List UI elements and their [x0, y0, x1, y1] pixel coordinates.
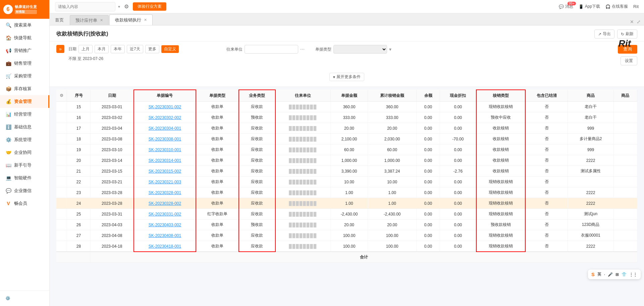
tab-collection[interactable]: 收款核销执行 ✕	[109, 14, 153, 25]
sidebar-item-sales[interactable]: 💼 销售管理	[0, 57, 49, 70]
cell-goods	[568, 177, 613, 187]
cell-balance: 0.00	[417, 123, 440, 134]
sidebar-item-basic[interactable]: ℹ️ 基础信息	[0, 121, 49, 133]
cell-doc-no: SK-20230418-001	[134, 241, 196, 252]
tab-close-btn[interactable]: ✕	[629, 18, 635, 25]
cell-goods2	[613, 187, 637, 198]
cell-index: 19	[67, 144, 91, 155]
tabs-bar: 首页 预计应付单 ✕ 收款核销执行 ✕ ✕ ⤢	[50, 13, 644, 25]
message-btn[interactable]: 💬 消息 99+	[559, 4, 573, 9]
cell-settings	[56, 123, 67, 134]
cell-verified: 3,387.24	[368, 166, 417, 177]
cell-date: 2023-04-18	[91, 241, 134, 252]
cell-include-settled: 否	[525, 187, 568, 198]
app-download-btn[interactable]: 📱 App下载	[579, 4, 600, 9]
user-avatar[interactable]: Rit	[633, 4, 639, 9]
sidebar-item-shortcut[interactable]: 🏠 快捷导航	[0, 32, 49, 44]
tab-home[interactable]: 首页	[50, 15, 69, 25]
sidebar-item-inventory[interactable]: 📦 库存核算	[0, 82, 49, 95]
filter-this-year-btn[interactable]: 本年	[111, 45, 125, 53]
cell-cancel-type: 现销收款核销	[476, 209, 525, 220]
cell-doc-type: 收款单	[196, 198, 239, 209]
filter-doctype-select[interactable]	[333, 45, 387, 54]
cell-settings	[56, 102, 67, 112]
cell-doc-type: 收款单	[196, 177, 239, 187]
sidebar-item-operations[interactable]: 📊 经营管理	[0, 108, 49, 121]
topbar-search-input[interactable]	[55, 2, 115, 11]
solution-button[interactable]: 体验行业方案	[133, 2, 166, 11]
widget-apps-icon[interactable]: ⋮⋮	[629, 272, 637, 277]
column-settings-icon[interactable]: ⚙	[60, 93, 63, 98]
sidebar-item-search[interactable]: 🔍 搜索菜单	[0, 19, 49, 32]
topbar-dropdown-arrow[interactable]: ▾	[118, 4, 120, 9]
table-footer-row: 合计	[56, 252, 637, 263]
widget-text1: 英	[597, 271, 601, 277]
cell-settings	[56, 241, 67, 252]
cell-discount: -70.00	[440, 134, 476, 144]
filter-custom-btn[interactable]: 自定义	[161, 45, 179, 53]
partner-dots[interactable]: ···	[300, 46, 305, 52]
widget-mic-icon[interactable]: 🎤	[608, 272, 613, 277]
sidebar-item-purchase[interactable]: 🛒 采购管理	[0, 70, 49, 82]
cell-partner: ████████	[275, 166, 330, 177]
sidebar-item-enterprise[interactable]: 🤝 企业协同	[0, 146, 49, 159]
cell-goods2	[613, 198, 637, 209]
cell-amount: 10.00	[330, 177, 368, 187]
cell-doc-type: 收款单	[196, 230, 239, 241]
sidebar-item-capital[interactable]: 💰 资金管理	[0, 95, 49, 108]
cell-goods2	[613, 209, 637, 220]
cell-cancel-type: 收款核销	[476, 134, 525, 144]
hardware-icon: 💻	[5, 175, 11, 181]
table-row: 16 2023-03-02 SK-20230302-002 收款单 预收款 ██…	[56, 112, 637, 123]
export-button[interactable]: ↗ 导出	[594, 29, 614, 39]
doctype-dropdown-arrow[interactable]: ▾	[389, 47, 391, 52]
cell-amount: 60.00	[330, 144, 368, 155]
sidebar-item-guide[interactable]: 📖 新手引导	[0, 159, 49, 172]
sidebar-logo: 6 畅康道好生意 标推版	[0, 0, 49, 19]
sidebar-item-marketing[interactable]: 📢 营销推广	[0, 44, 49, 57]
filter-7days-btn[interactable]: 近7天	[127, 45, 143, 53]
home-icon: 🏠	[5, 35, 11, 41]
cell-verified: 2,030.00	[368, 134, 417, 144]
cell-discount: -2.76	[440, 166, 476, 177]
cell-discount: 0.00	[440, 198, 476, 209]
topbar-gear-icon[interactable]: ⚙	[124, 3, 129, 10]
cell-settings	[56, 144, 67, 155]
cell-partner: ████████	[275, 144, 330, 155]
operations-icon: 📊	[5, 112, 11, 117]
cell-include-settled: 否	[525, 230, 568, 241]
sidebar-item-hardware[interactable]: 💻 智能硬件	[0, 172, 49, 184]
refresh-button[interactable]: ↻ 刷新	[617, 29, 637, 39]
tab-collection-close[interactable]: ✕	[144, 18, 147, 22]
filter-last-month-btn[interactable]: 上月	[78, 45, 93, 53]
cell-goods: 测试jun	[568, 209, 613, 220]
filter-toggle-btn[interactable]: »	[56, 45, 64, 53]
widget-grid-icon[interactable]: ⊞	[615, 272, 619, 277]
cell-discount: 0.00	[440, 123, 476, 134]
sidebar-settings-btn[interactable]: ⚙️	[0, 293, 49, 303]
expand-conditions-btn[interactable]: ▾ 展开更多条件	[329, 73, 364, 81]
sidebar-item-member[interactable]: V 畅会员	[0, 197, 49, 210]
sidebar: 6 畅康道好生意 标推版 🔍 搜索菜单 🏠 快捷导航 📢 营销推广 💼 销售管理…	[0, 0, 50, 306]
cell-amount: 100.00	[330, 230, 368, 241]
setting-button[interactable]: 设置	[621, 56, 637, 65]
filter-partner-input[interactable]	[245, 45, 298, 54]
filter-more-btn[interactable]: 更多	[145, 45, 159, 53]
sidebar-item-wechat[interactable]: 💬 企业微信	[0, 184, 49, 197]
tab-prepay[interactable]: 预计应付单 ✕	[70, 15, 109, 25]
sidebar-item-system[interactable]: ⚙️ 系统管理	[0, 133, 49, 146]
th-goods2: 商品	[613, 90, 637, 102]
tab-expand-btn[interactable]: ⤢	[636, 18, 641, 25]
cell-verified: 100.00	[368, 241, 417, 252]
filter-this-month-btn[interactable]: 本月	[95, 45, 109, 53]
marketing-icon: 📢	[5, 48, 11, 53]
search-icon: 🔍	[5, 22, 11, 28]
table-scroll[interactable]: ⚙ 序号 日期 单据编号 单据类型 业务类型 往来单位 单据金额 累计核销金额 …	[56, 87, 637, 263]
online-service-btn[interactable]: 🎧 在线客服	[605, 4, 628, 9]
tab-prepay-close[interactable]: ✕	[100, 18, 103, 22]
widget-shirt-icon[interactable]: 👕	[622, 272, 627, 277]
cell-date: 2023-03-04	[91, 123, 134, 134]
cell-goods2	[613, 112, 637, 123]
table-container: ⚙ 序号 日期 单据编号 单据类型 业务类型 往来单位 单据金额 累计核销金额 …	[50, 87, 644, 269]
cell-amount: 1.00	[330, 187, 368, 198]
